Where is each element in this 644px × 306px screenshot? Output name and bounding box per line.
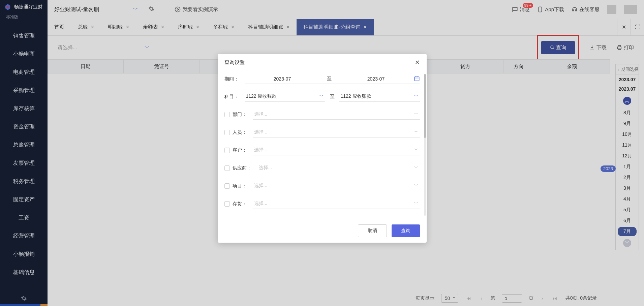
filter-checkbox[interactable] [224, 219, 230, 219]
subject-to-value: 1122 应收账款 [341, 93, 371, 99]
filter-placeholder: 选择... [259, 218, 272, 219]
confirm-button[interactable]: 查询 [392, 224, 420, 237]
chevron-down-icon: ﹀ [319, 93, 324, 99]
chevron-down-icon: ﹀ [414, 129, 419, 135]
svg-rect-4 [415, 76, 419, 81]
chevron-down-icon: ﹀ [414, 183, 419, 189]
filter-select[interactable]: 选择...﹀ [257, 216, 420, 219]
filter-checkbox[interactable] [224, 130, 230, 135]
filter-placeholder: 选择... [254, 183, 268, 189]
period-from-input[interactable]: 2023-07 [245, 74, 320, 84]
chevron-down-icon: ﹀ [414, 147, 419, 153]
filter-row: 部门：选择...﹀ [224, 109, 420, 120]
chevron-down-icon: ﹀ [414, 93, 419, 99]
filter-row: 项目：选择...﹀ [224, 181, 420, 191]
query-settings-modal: 查询设置 ✕ 期间： 2023-07 至 2023-07 科目： 1122 应收… [218, 54, 427, 243]
filter-checkbox[interactable] [224, 165, 230, 171]
scrollbar-thumb[interactable] [424, 74, 426, 138]
filter-row: 存货：选择...﹀ [224, 198, 420, 209]
chevron-down-icon: ﹀ [414, 111, 419, 117]
calendar-icon[interactable] [414, 75, 420, 83]
filter-placeholder: 选择... [254, 147, 268, 153]
subject-sep: 至 [325, 94, 339, 100]
filter-label: 人员： [233, 129, 253, 135]
filter-placeholder: 选择... [259, 165, 272, 171]
chevron-down-icon: ﹀ [414, 218, 419, 219]
filter-label: 部门： [233, 112, 253, 118]
chevron-down-icon: ﹀ [414, 201, 419, 207]
cancel-button[interactable]: 取消 [358, 224, 387, 237]
filter-row: 客户：选择...﹀ [224, 145, 420, 155]
filter-label: 往来分类： [233, 219, 257, 219]
filter-checkbox[interactable] [224, 183, 230, 189]
modal-footer: 取消 查询 [218, 219, 427, 243]
filter-row: 往来分类：选择...﹀ [224, 216, 420, 219]
modal-scrollbar[interactable] [424, 74, 426, 216]
period-to-input[interactable]: 2023-07 [338, 74, 414, 84]
subject-to-select[interactable]: 1122 应收账款﹀ [339, 91, 420, 102]
filter-select[interactable]: 选择...﹀ [253, 198, 420, 209]
filter-placeholder: 选择... [254, 129, 268, 135]
period-label: 期间： [224, 76, 245, 82]
filter-placeholder: 选择... [254, 201, 268, 207]
period-row: 期间： 2023-07 至 2023-07 [224, 74, 420, 84]
subject-row: 科目： 1122 应收账款﹀ 至 1122 应收账款﹀ [224, 91, 420, 102]
filter-row: 人员：选择...﹀ [224, 127, 420, 137]
subject-label: 科目： [224, 94, 245, 100]
subject-from-value: 1122 应收账款 [246, 93, 277, 99]
filter-label: 供应商： [233, 165, 257, 171]
filter-label: 客户： [233, 147, 253, 153]
filter-select[interactable]: 选择...﹀ [253, 127, 420, 137]
filter-label: 存货： [233, 201, 253, 207]
modal-close-icon[interactable]: ✕ [415, 59, 420, 66]
modal-body: 期间： 2023-07 至 2023-07 科目： 1122 应收账款﹀ 至 1… [218, 71, 427, 219]
filter-checkbox[interactable] [224, 148, 230, 153]
subject-from-select[interactable]: 1122 应收账款﹀ [245, 91, 325, 102]
filter-checkbox[interactable] [224, 112, 230, 117]
filter-select[interactable]: 选择...﹀ [253, 181, 420, 191]
filter-row: 供应商：选择...﹀ [224, 163, 420, 173]
filter-checkbox[interactable] [224, 201, 230, 207]
filter-label: 项目： [233, 183, 253, 189]
filter-select[interactable]: 选择...﹀ [253, 145, 420, 155]
period-sep: 至 [320, 76, 338, 82]
modal-header: 查询设置 ✕ [218, 54, 427, 71]
period-range: 2023-07 至 2023-07 [245, 74, 420, 84]
filter-select[interactable]: 选择...﹀ [253, 109, 420, 120]
filter-placeholder: 选择... [254, 111, 268, 117]
chevron-down-icon: ﹀ [414, 165, 419, 171]
modal-title: 查询设置 [224, 59, 245, 66]
filter-select[interactable]: 选择...﹀ [257, 163, 420, 173]
